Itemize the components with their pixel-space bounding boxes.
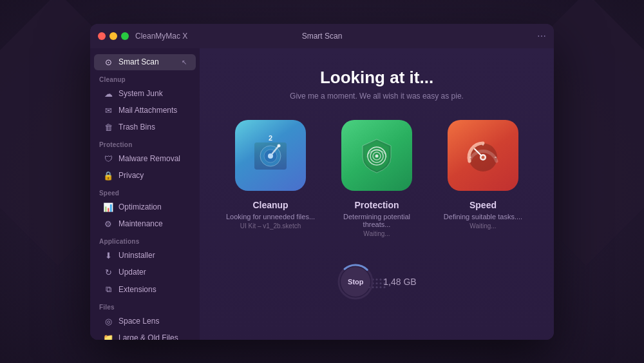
cleanup-label: Cleanup [252,200,288,210]
protection-icon-wrap [341,120,412,191]
svg-point-6 [278,144,281,147]
sidebar-section-applications: Applications [90,233,200,247]
svg-text:2: 2 [269,134,272,142]
speedometer-icon [460,133,506,178]
stop-button-wrap: Stop [337,263,374,300]
sidebar-label-system-junk: System Junk [118,89,163,98]
sidebar-item-trash-bins[interactable]: 🗑 Trash Bins [94,119,196,135]
optimization-icon: 📊 [103,202,113,212]
sidebar-item-updater[interactable]: ↻ Updater [94,264,196,280]
protection-label: Protection [354,200,399,210]
svg-point-15 [482,155,485,159]
protection-status: Determining potential threats... [330,213,424,228]
sidebar-label-maintenance: Maintenance [118,219,163,228]
cards-row: 2 Cleanup Looking for unneeded files... … [224,120,530,237]
app-name: CleanMyMac X [135,32,187,41]
cleanup-icon-wrap: 2 [235,120,306,191]
sidebar-item-system-junk[interactable]: ☁ System Junk [94,86,196,102]
speed-icon-wrap [448,120,518,191]
shield-icon [354,133,399,178]
sidebar: ⊙ Smart Scan ↖ Cleanup ☁ System Junk ✉ M… [90,48,200,340]
sidebar-section-protection: Protection [90,136,200,150]
card-cleanup: 2 Cleanup Looking for unneeded files... … [224,120,317,230]
privacy-icon: 🔒 [103,171,113,181]
extensions-icon: ⧉ [103,284,113,295]
large-files-icon: 📁 [103,333,113,340]
sidebar-item-privacy[interactable]: 🔒 Privacy [94,168,196,184]
card-protection: Protection Determining potential threats… [330,120,424,237]
sidebar-item-maintenance[interactable]: ⚙ Maintenance [94,216,196,232]
protection-sub-status: Waiting... [363,230,390,237]
sidebar-label-smart-scan: Smart Scan [118,57,159,66]
cleanup-sub-status: UI Kit – v1_2b.sketch [240,222,301,230]
cleanup-status: Looking for unneeded files... [226,213,315,221]
speed-sub-status: Waiting... [469,222,496,230]
sidebar-label-large-old-files: Large & Old Files [118,333,178,340]
settings-icon[interactable]: ⋯ [537,31,546,41]
sidebar-item-malware-removal[interactable]: 🛡 Malware Removal [94,151,196,167]
stop-button[interactable]: Stop [341,267,370,297]
sidebar-label-space-lens: Space Lens [118,317,159,326]
minimize-button[interactable] [109,32,117,40]
sidebar-item-extensions[interactable]: ⧉ Extensions [94,281,196,298]
sidebar-label-optimization: Optimization [118,202,162,211]
window-controls [98,32,129,40]
app-window: CleanMyMac X Smart Scan ⋯ ⊙ Smart Scan ↖… [90,24,554,340]
speed-status: Defining suitable tasks.... [444,213,522,221]
page-title: Looking at it... [320,68,433,88]
sidebar-item-uninstaller[interactable]: ⬇ Uninstaller [94,248,196,264]
sidebar-label-mail-attachments: Mail Attachments [118,106,177,115]
cursor-icon: ↖ [182,59,187,66]
disk-icon: 2 [248,133,293,178]
sidebar-section-files: Files [90,299,200,313]
maintenance-icon: ⚙ [103,219,113,229]
sidebar-section-speed: Speed [90,184,200,199]
card-speed: Speed Defining suitable tasks.... Waitin… [437,120,530,230]
svg-point-11 [375,154,379,157]
space-lens-icon: ◎ [103,317,113,326]
window-title: Smart Scan [302,32,343,41]
sidebar-label-malware-removal: Malware Removal [118,154,180,163]
sidebar-item-smart-scan[interactable]: ⊙ Smart Scan ↖ [94,54,196,70]
sidebar-label-privacy: Privacy [118,171,144,180]
main-layout: ⊙ Smart Scan ↖ Cleanup ☁ System Junk ✉ M… [90,48,554,340]
sidebar-section-cleanup: Cleanup [90,71,200,85]
trash-icon: 🗑 [103,123,113,132]
sidebar-item-large-old-files[interactable]: 📁 Large & Old Files [94,330,196,340]
maximize-button[interactable] [121,32,129,40]
sidebar-label-trash-bins: Trash Bins [118,123,155,132]
sidebar-item-mail-attachments[interactable]: ✉ Mail Attachments [94,103,196,119]
close-button[interactable] [98,32,106,40]
mail-icon: ✉ [103,106,113,115]
sidebar-label-updater: Updater [118,268,146,277]
malware-icon: 🛡 [103,154,113,164]
sidebar-label-uninstaller: Uninstaller [118,251,155,260]
content-area: Looking at it... Give me a moment. We al… [200,48,554,340]
size-label: 1,48 GB [383,277,416,287]
sidebar-item-optimization[interactable]: 📊 Optimization [94,199,196,215]
sidebar-label-extensions: Extensions [118,285,156,294]
page-subtitle: Give me a moment. We all wish it was eas… [290,92,464,101]
system-junk-icon: ☁ [103,89,113,99]
uninstaller-icon: ⬇ [103,251,113,260]
speed-label: Speed [469,200,497,210]
smart-scan-icon: ⊙ [103,57,113,67]
titlebar: CleanMyMac X Smart Scan ⋯ [90,24,554,48]
updater-icon: ↻ [103,268,113,277]
sidebar-item-space-lens[interactable]: ◎ Space Lens [94,313,196,329]
